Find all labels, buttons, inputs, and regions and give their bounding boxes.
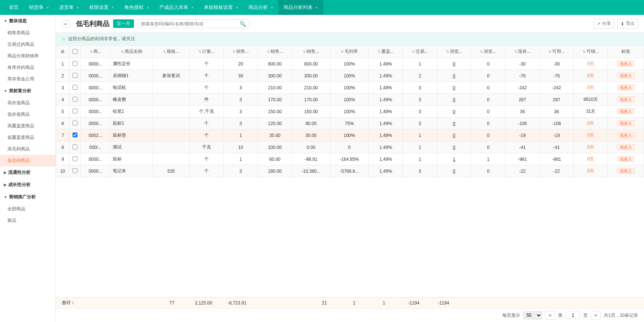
row-saleable: 0天	[574, 130, 608, 141]
row-browse1[interactable]: 0	[437, 58, 471, 70]
nav-item-template[interactable]: 单据模板设置 ×	[199, 0, 243, 15]
row-checkbox[interactable]	[73, 144, 77, 149]
sidebar-item-capital[interactable]: 库存资金占用	[0, 73, 55, 85]
row-browse1[interactable]: 0	[437, 141, 471, 153]
row-unit: 个	[189, 130, 224, 141]
sort-icon: ⇅	[341, 50, 344, 54]
search-icon[interactable]: 🔍	[240, 21, 246, 27]
page-size-select[interactable]: 50 100 200	[523, 311, 542, 319]
table-container[interactable]: ⚙ ⇅ 商... ⇅	[56, 45, 644, 297]
nav-item-sales[interactable]: 销货单 ×	[24, 0, 54, 15]
sidebar-item-new-goods[interactable]: 新品	[0, 215, 55, 226]
select-all-checkbox[interactable]	[73, 49, 77, 54]
share-button[interactable]: ↗ 分享	[593, 19, 614, 29]
th-browse1: ⇅ 浏览...	[437, 45, 471, 58]
export-button[interactable]: ⬇ 导出	[617, 19, 638, 29]
row-checkbox[interactable]	[73, 156, 77, 161]
nav-item-goods-analysis-list[interactable]: 商品分析列表 ×	[278, 0, 323, 15]
row-checkbox-cell[interactable]	[70, 58, 81, 70]
row-code: 0000...	[81, 94, 110, 106]
close-icon[interactable]: ×	[112, 5, 114, 10]
search-input[interactable]	[141, 21, 240, 26]
nav-item-home[interactable]: 首页	[4, 0, 24, 15]
row-current: -22	[505, 165, 539, 177]
row-browse1[interactable]: 0	[437, 118, 471, 130]
next-page-button[interactable]: ＞	[591, 311, 601, 320]
row-unit: 个	[189, 153, 224, 165]
close-icon[interactable]: ×	[315, 5, 318, 10]
row-browse1[interactable]: 0	[437, 94, 471, 106]
row-checkbox-cell[interactable]	[70, 130, 81, 141]
sort-icon: ⇅	[121, 50, 124, 54]
nav-item-goods-analysis[interactable]: 商品分析 ×	[243, 0, 278, 15]
row-checkbox-cell[interactable]	[70, 165, 81, 177]
sidebar-item-category-rate[interactable]: 商品分类助销率	[0, 50, 55, 62]
row-browse1[interactable]: 0	[437, 106, 471, 118]
row-checkbox[interactable]	[73, 85, 77, 90]
sidebar-group-overall[interactable]: ▼ 整体信息	[0, 15, 55, 27]
row-checkbox[interactable]	[73, 121, 77, 125]
row-checkbox[interactable]	[73, 97, 77, 102]
row-available: -242	[539, 82, 574, 94]
footer-transaction: 21	[310, 300, 339, 306]
row-checkbox[interactable]	[73, 109, 77, 114]
close-icon[interactable]: ×	[271, 5, 273, 10]
sidebar-item-low-margin[interactable]: 低毛利商品	[0, 155, 55, 166]
sidebar-item-high-coverage[interactable]: 高覆盖度商品	[0, 120, 55, 132]
sidebar-item-all-goods[interactable]: 全部商品	[0, 203, 55, 215]
close-icon[interactable]: ×	[191, 5, 193, 10]
row-checkbox[interactable]	[73, 133, 77, 137]
row-code: 0000...	[81, 165, 110, 177]
content-header: « 低毛利商品 近一月 🔍 ↗ 分享 ⬇ 导出	[56, 15, 644, 33]
sidebar-group-circulation[interactable]: ▶ 流通性分析	[0, 166, 55, 179]
row-gross-rate: 75%	[330, 118, 369, 130]
row-checkbox-cell[interactable]	[70, 106, 81, 118]
row-checkbox-cell[interactable]	[70, 70, 81, 82]
sidebar-item-sales-goods[interactable]: 销售类商品	[0, 27, 55, 39]
row-checkbox-cell[interactable]	[70, 141, 81, 153]
row-browse1[interactable]: 1	[437, 153, 471, 165]
sidebar-item-stocked-goods[interactable]: 有库存的商品	[0, 62, 55, 73]
sort-icon: ⇅	[267, 50, 270, 54]
th-gear[interactable]: ⚙	[56, 45, 70, 58]
row-browse1[interactable]: 0	[437, 130, 471, 141]
nav-item-roles[interactable]: 角色授权 ×	[119, 0, 154, 15]
row-checkbox[interactable]	[73, 61, 77, 66]
prev-page-button[interactable]: ＜	[545, 311, 555, 320]
sidebar-item-low-coverage[interactable]: 低覆盖度商品	[0, 132, 55, 143]
th-check[interactable]	[70, 45, 81, 58]
sidebar-collapse-button[interactable]: «	[62, 20, 69, 28]
sort-icon: ⇅	[378, 50, 381, 54]
sidebar-item-low-value[interactable]: 低价值商品	[0, 109, 55, 120]
row-index: 3	[56, 82, 70, 94]
row-checkbox-cell[interactable]	[70, 118, 81, 130]
close-icon[interactable]: ×	[236, 5, 238, 10]
close-icon[interactable]: ×	[77, 5, 79, 10]
nav-item-permissions[interactable]: 权限设置 ×	[84, 0, 119, 15]
time-filter-button[interactable]: 近一月	[113, 19, 134, 28]
row-checkbox-cell[interactable]	[70, 82, 81, 94]
sort-icon: ⇅	[412, 50, 415, 54]
row-checkbox[interactable]	[73, 73, 77, 78]
row-gross-rate: 100%	[330, 106, 369, 118]
sidebar-group-growth[interactable]: ▶ 成长性分析	[0, 179, 55, 191]
nav-item-purchase[interactable]: 进货单 ×	[54, 0, 84, 15]
row-browse1[interactable]: 0	[437, 165, 471, 177]
close-icon[interactable]: ×	[47, 5, 49, 10]
row-checkbox[interactable]	[73, 168, 77, 173]
row-browse1[interactable]: 0	[437, 82, 471, 94]
page-number-input[interactable]	[565, 312, 580, 319]
sidebar-group-marketing[interactable]: ▼ 营销推广分析	[0, 191, 55, 203]
row-browse2: 0	[471, 141, 505, 153]
table-row: 10 0000... 笔记本 535 个 3 180.00 -10,380...…	[56, 165, 644, 177]
row-browse1[interactable]: 0	[437, 70, 471, 82]
sidebar-item-traded-goods[interactable]: 交易过的商品	[0, 39, 55, 50]
close-icon[interactable]: ×	[147, 5, 149, 10]
sidebar-item-high-value[interactable]: 高价值商品	[0, 97, 55, 109]
row-checkbox-cell[interactable]	[70, 94, 81, 106]
nav-item-product-entry[interactable]: 产成品入库单 ×	[154, 0, 199, 15]
row-checkbox-cell[interactable]	[70, 153, 81, 165]
sidebar-item-high-margin[interactable]: 高毛利商品	[0, 143, 55, 155]
sidebar-group-wealth[interactable]: ▼ 类财富分析	[0, 85, 55, 97]
row-cover-rate: 1.49%	[369, 94, 403, 106]
